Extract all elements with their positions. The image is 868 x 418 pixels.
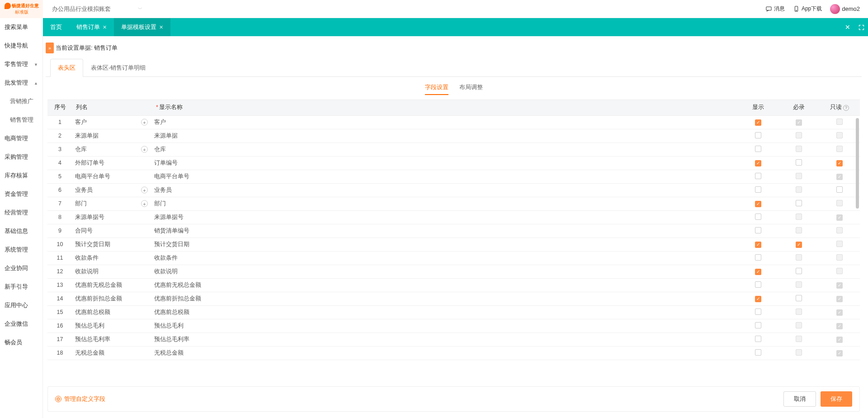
tab-label: 销售订单 bbox=[76, 18, 100, 36]
messages-button[interactable]: 消息 bbox=[765, 5, 785, 13]
checkbox-required[interactable] bbox=[796, 295, 802, 301]
sidebar-item[interactable]: 企业协同 bbox=[0, 259, 42, 278]
sidebar-item[interactable]: 快捷导航 bbox=[0, 37, 42, 55]
cell-required bbox=[778, 210, 819, 224]
cell-display-name[interactable]: 订单编号 bbox=[151, 156, 738, 170]
checkbox-readonly[interactable] bbox=[836, 160, 843, 166]
logo[interactable]: 畅捷通好生意 标准版 bbox=[0, 0, 43, 18]
checkbox-show[interactable] bbox=[755, 349, 761, 356]
close-all-tabs-button[interactable]: ✕ bbox=[841, 18, 854, 36]
checkbox-show[interactable] bbox=[755, 119, 761, 126]
sidebar-item[interactable]: 销售管理 bbox=[0, 111, 42, 129]
cell-required bbox=[778, 251, 819, 265]
cell-display-name[interactable]: 销货清单编号 bbox=[151, 224, 738, 238]
checkbox-show[interactable] bbox=[755, 186, 761, 193]
sidebar-item[interactable]: 企业微信 bbox=[0, 315, 42, 333]
checkbox-required[interactable] bbox=[796, 159, 802, 166]
checkbox-show[interactable] bbox=[755, 146, 761, 152]
table-row: 10预计交货日期预计交货日期 bbox=[47, 238, 860, 251]
checkbox-show[interactable] bbox=[755, 242, 761, 248]
checkbox-show[interactable] bbox=[755, 227, 761, 233]
checkbox-show[interactable] bbox=[755, 214, 761, 220]
checkbox-show[interactable] bbox=[755, 173, 761, 179]
sidebar-item[interactable]: 搜索菜单 bbox=[0, 18, 42, 37]
checkbox-show[interactable] bbox=[755, 254, 761, 261]
sidebar-item[interactable]: 应用中心 bbox=[0, 296, 42, 315]
sidebar-item[interactable]: 基础信息 bbox=[0, 222, 42, 241]
area-tabs: 表头区表体区-销售订单明细 bbox=[46, 59, 862, 77]
cell-display-name[interactable]: 仓库 bbox=[151, 142, 738, 156]
close-icon[interactable]: ✕ bbox=[159, 18, 163, 36]
checkbox-show[interactable] bbox=[755, 160, 761, 166]
checkbox-show[interactable] bbox=[755, 201, 761, 207]
add-icon[interactable]: + bbox=[141, 200, 148, 207]
help-icon[interactable]: ? bbox=[843, 105, 849, 111]
sidebar-item[interactable]: 资金管理 bbox=[0, 185, 42, 204]
cell-display-name[interactable]: 部门 bbox=[151, 197, 738, 210]
cancel-button[interactable]: 取消 bbox=[783, 391, 816, 407]
cell-display-name[interactable]: 业务员 bbox=[151, 183, 738, 197]
table-row: 1客户+客户 bbox=[47, 115, 860, 129]
sidebar-item[interactable]: 新手引导 bbox=[0, 278, 42, 296]
sidebar-item[interactable]: 零售管理▼ bbox=[0, 55, 42, 74]
scrollbar-thumb[interactable] bbox=[856, 118, 859, 209]
sidebar-item[interactable]: 采购管理 bbox=[0, 148, 42, 166]
tab[interactable]: 首页 bbox=[43, 18, 69, 36]
cell-display-name[interactable]: 预估总毛利率 bbox=[151, 332, 738, 346]
cell-display-name[interactable]: 优惠前总税额 bbox=[151, 305, 738, 319]
checkbox-required[interactable] bbox=[796, 200, 802, 206]
section-tab[interactable]: 布局调整 bbox=[459, 83, 483, 95]
cell-display-name[interactable]: 来源单据 bbox=[151, 129, 738, 142]
cell-required bbox=[778, 319, 819, 332]
cell-required bbox=[778, 156, 819, 170]
sidebar-item[interactable]: 营销推广 bbox=[0, 92, 42, 111]
cell-display-name[interactable]: 预计交货日期 bbox=[151, 238, 738, 251]
cell-display-name[interactable]: 电商平台单号 bbox=[151, 170, 738, 183]
sidebar-item[interactable]: 电商管理 bbox=[0, 129, 42, 148]
user-menu[interactable]: demo2 bbox=[830, 4, 860, 14]
cell-display-name[interactable]: 优惠前折扣总金额 bbox=[151, 292, 738, 305]
cell-display-name[interactable]: 收款说明 bbox=[151, 265, 738, 278]
sidebar-item[interactable]: 库存核算 bbox=[0, 166, 42, 185]
cell-required bbox=[778, 292, 819, 305]
org-selector[interactable]: 办公用品行业模拟账套 ﹀ bbox=[52, 5, 142, 13]
checkbox-show[interactable] bbox=[755, 132, 761, 138]
manage-custom-fields-link[interactable]: 管理自定义字段 bbox=[55, 395, 105, 403]
checkbox-show[interactable] bbox=[755, 309, 761, 315]
area-tab[interactable]: 表头区 bbox=[50, 59, 83, 77]
collapse-toggle[interactable]: » bbox=[46, 43, 54, 53]
checkbox-show[interactable] bbox=[755, 336, 761, 342]
checkbox-show[interactable] bbox=[755, 322, 761, 328]
tab[interactable]: 销售订单✕ bbox=[69, 18, 114, 36]
section-tabs: 字段设置布局调整 bbox=[46, 83, 862, 95]
cell-display-name[interactable]: 收款条件 bbox=[151, 251, 738, 265]
checkbox-show[interactable] bbox=[755, 281, 761, 288]
checkbox-required[interactable] bbox=[796, 242, 802, 248]
add-icon[interactable]: + bbox=[141, 187, 148, 194]
tab[interactable]: 单据模板设置✕ bbox=[114, 18, 170, 36]
checkbox-required[interactable] bbox=[796, 268, 802, 274]
cell-display-name[interactable]: 预估总毛利 bbox=[151, 319, 738, 332]
checkbox-readonly[interactable] bbox=[836, 186, 843, 193]
cell-display-name[interactable]: 客户 bbox=[151, 115, 738, 129]
area-tab[interactable]: 表体区-销售订单明细 bbox=[83, 59, 153, 77]
cell-display-name[interactable]: 无税总金额 bbox=[151, 346, 738, 360]
sidebar-item[interactable]: 批发管理▲ bbox=[0, 74, 42, 92]
save-button[interactable]: 保存 bbox=[821, 391, 852, 407]
app-download-button[interactable]: App下载 bbox=[793, 5, 822, 13]
fullscreen-button[interactable] bbox=[854, 18, 868, 36]
close-icon[interactable]: ✕ bbox=[103, 18, 107, 36]
section-tab[interactable]: 字段设置 bbox=[425, 83, 448, 95]
add-icon[interactable]: + bbox=[141, 146, 148, 153]
table-row: 16预估总毛利预估总毛利 bbox=[47, 319, 860, 332]
sidebar-item[interactable]: 畅会员 bbox=[0, 333, 42, 352]
checkbox-show[interactable] bbox=[755, 296, 761, 302]
checkbox-show[interactable] bbox=[755, 269, 761, 275]
cell-display-name[interactable]: 来源单据号 bbox=[151, 210, 738, 224]
cell-display-name[interactable]: 优惠前无税总金额 bbox=[151, 278, 738, 292]
add-icon[interactable]: + bbox=[141, 119, 148, 126]
checkbox-readonly bbox=[836, 119, 843, 125]
cell-index: 5 bbox=[47, 170, 72, 183]
sidebar-item[interactable]: 经营管理 bbox=[0, 204, 42, 222]
sidebar-item[interactable]: 系统管理 bbox=[0, 241, 42, 259]
